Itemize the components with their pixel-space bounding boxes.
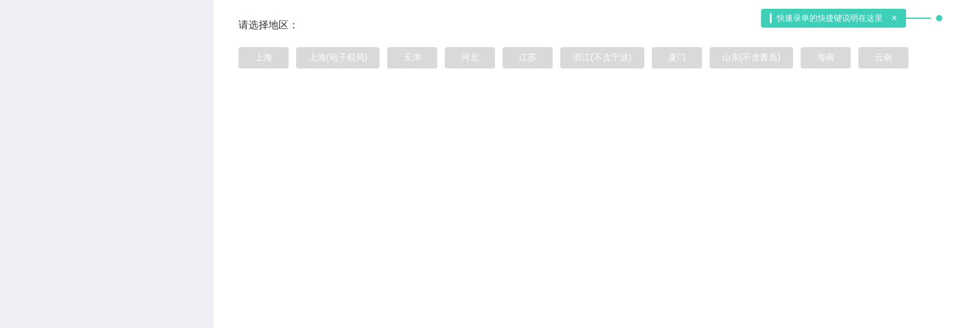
region-button[interactable]: 上海(电子税局) [296,47,380,68]
region-button[interactable]: 云南 [858,47,908,68]
tooltip-text: 快速录单的快捷键说明在这里 [777,13,883,24]
region-button[interactable]: 浙江(不含宁波) [560,47,644,68]
region-button[interactable]: 上海 [238,47,289,68]
region-button[interactable]: 厦门 [652,47,702,68]
bar-accent-icon [770,13,772,23]
region-button[interactable]: 海南 [801,47,851,68]
region-button[interactable]: 天津 [387,47,437,68]
region-button[interactable]: 山东(不含青岛) [710,47,793,68]
region-button[interactable]: 江苏 [503,47,553,68]
region-button[interactable]: 河北 [445,47,495,68]
tooltip-badge: 快速录单的快捷键说明在这里 × [761,9,906,28]
tooltip-line [906,18,931,19]
region-buttons: 上海上海(电子税局)天津河北江苏浙江(不含宁波)厦门山东(不含青岛)海南云南 [238,47,955,68]
tooltip-bar: 快速录单的快捷键说明在这里 × [761,9,942,28]
left-sidebar [0,0,213,328]
main-content: 请选择地区： 上海上海(电子税局)天津河北江苏浙江(不含宁波)厦门山东(不含青岛… [213,0,980,328]
tooltip-close-button[interactable]: × [892,13,897,23]
tooltip-dot [936,15,942,21]
